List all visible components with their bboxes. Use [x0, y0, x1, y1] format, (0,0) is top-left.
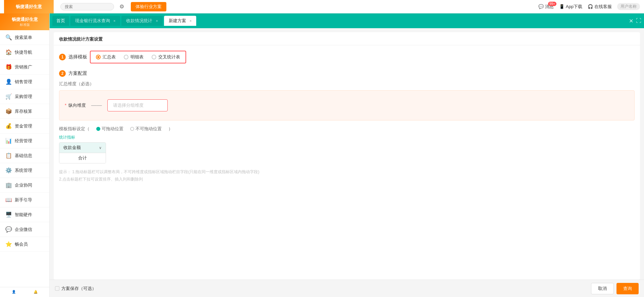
- sidebar-item-system[interactable]: ⚙️ 系统管理: [0, 163, 49, 178]
- query-button[interactable]: 查询: [616, 283, 639, 294]
- download-btn[interactable]: 📱 App下载: [559, 4, 582, 10]
- radio-detail-label: 明细表: [130, 54, 144, 60]
- metrics-section: 模板指标设定（ 可拖动位置 不可拖动位置 ）: [59, 126, 635, 164]
- sidebar-bottom-item-2[interactable]: 🔔: [34, 290, 38, 294]
- step2-section: 2 方案配置 汇总维度（必选） * 纵向维度: [59, 70, 635, 183]
- non-draggable-dot: [130, 127, 134, 131]
- sidebar-item-member[interactable]: ⭐ 畅会员: [0, 237, 49, 252]
- non-draggable-label: 不可拖动位置: [136, 126, 162, 132]
- step1-section: 1 选择模板 汇总表: [59, 51, 635, 63]
- hardware-icon: 🖥️: [5, 211, 12, 218]
- tab-expand-icon[interactable]: ⛶: [636, 18, 641, 24]
- inventory-icon: 📦: [5, 108, 12, 114]
- metrics-col-header[interactable]: 收款金额 ∨: [59, 143, 106, 153]
- basic-info-icon: 📋: [5, 152, 12, 159]
- draggable-label: 可拖动位置: [102, 126, 123, 132]
- sidebar-item-label: 搜索菜单: [15, 35, 32, 41]
- support-btn[interactable]: 🎧 在线客服: [588, 4, 612, 10]
- right-side: 首页 现金银行流水查询 × 收款情况统计 × 新建方案 × ✕ ⛶ 收款情况统计…: [50, 13, 644, 297]
- bottom-bar: 方案保存（可选） 取消 查询: [50, 280, 644, 297]
- download-icon: 📱: [559, 4, 565, 9]
- step1-label: 选择模板: [68, 54, 87, 60]
- radio-cross[interactable]: 交叉统计表: [152, 54, 180, 60]
- radio-cross-circle: [152, 55, 156, 59]
- tip-1: 提示： 1.拖动标题栏可以调整布局，不可跨维度或指标区域拖动栏目字段(只能在同一…: [59, 168, 635, 176]
- sidebar-item-finance[interactable]: 💰 资金管理: [0, 119, 49, 134]
- dimension-section: 汇总维度（必选） * 纵向维度 —— 请选择分组维度: [59, 81, 635, 120]
- sidebar-item-enterprise[interactable]: 🏢 企业协同: [0, 178, 49, 193]
- support-icon: 🎧: [588, 4, 593, 9]
- tab-collection-stats[interactable]: 收款情况统计 ×: [121, 16, 162, 26]
- sidebar-item-quick-nav[interactable]: 🏠 快捷导航: [0, 45, 49, 60]
- save-option[interactable]: 方案保存（可选）: [55, 286, 96, 292]
- sidebar-item-purchase[interactable]: 🛒 采购管理: [0, 89, 49, 104]
- metrics-chevron-icon[interactable]: ∨: [99, 146, 102, 150]
- sidebar-item-label: 智能硬件: [15, 212, 32, 218]
- tab-new-plan-close[interactable]: ×: [190, 19, 192, 23]
- save-checkbox[interactable]: [55, 286, 59, 291]
- dimension-selector[interactable]: 请选择分组维度: [107, 99, 168, 111]
- finance-icon: 💰: [5, 123, 12, 129]
- search-input[interactable]: [60, 3, 114, 10]
- tab-bank-flow-close[interactable]: ×: [113, 19, 115, 23]
- content-area: 收款情况统计方案设置 1 选择模板 汇总表: [50, 28, 644, 297]
- system-icon: ⚙️: [5, 167, 12, 174]
- sidebar-item-hardware[interactable]: 🖥️ 智能硬件: [0, 207, 49, 222]
- notification-btn[interactable]: 💬 消息 99+: [538, 4, 554, 10]
- sidebar-item-label: 库存核算: [15, 108, 32, 114]
- bottom-icon-1: 👤: [12, 290, 16, 294]
- sidebar-brand: 畅捷通好生意 标准版: [0, 13, 49, 30]
- sidebar-brand-name: 畅捷通好生意: [12, 16, 38, 22]
- tab-new-plan-label: 新建方案: [169, 18, 186, 24]
- tab-home[interactable]: 首页: [52, 16, 69, 26]
- sidebar-item-label: 销售管理: [15, 79, 32, 85]
- step2-num: 2: [59, 70, 66, 77]
- sidebar-brand-badge: 标准版: [20, 22, 30, 27]
- tab-home-label: 首页: [56, 18, 65, 24]
- step2-label: 方案配置: [68, 70, 87, 77]
- bottom-icon-2: 🔔: [34, 290, 38, 294]
- radio-summary-circle: [96, 55, 101, 59]
- sidebar-item-marketing[interactable]: 🎁 营销推广: [0, 60, 49, 75]
- gear-icon[interactable]: ⚙: [119, 3, 124, 10]
- tab-collection-stats-close[interactable]: ×: [156, 19, 158, 23]
- cancel-button[interactable]: 取消: [591, 283, 614, 294]
- main-container: 畅捷通好生意 标准版 🔍 搜索菜单 🏠 快捷导航 🎁 营销推广 👤 销售管理 🛒…: [0, 13, 644, 297]
- sidebar-bottom: 👤 🔔: [0, 287, 49, 297]
- dimension-arrow: ——: [91, 102, 102, 108]
- trial-button[interactable]: 体验行业方案: [131, 2, 166, 11]
- sidebar-item-basic-info[interactable]: 📋 基础信息: [0, 148, 49, 163]
- draggable-dot: [96, 127, 100, 131]
- sidebar-item-search-menu[interactable]: 🔍 搜索菜单: [0, 30, 49, 45]
- header-left: 畅捷通好生意 ⚙ 体验行业方案: [4, 0, 166, 13]
- user-name: 用户名称: [617, 3, 640, 10]
- radio-summary-label: 汇总表: [103, 54, 116, 60]
- radio-cross-label: 交叉统计表: [158, 54, 180, 60]
- sidebar-item-label: 采购管理: [15, 94, 32, 100]
- sidebar-bottom-item-1[interactable]: 👤: [12, 290, 16, 294]
- dimension-title: 汇总维度（必选）: [59, 81, 635, 87]
- operation-icon: 📊: [5, 138, 12, 144]
- radio-summary[interactable]: 汇总表: [96, 54, 116, 60]
- sidebar-item-label: 快捷导航: [15, 49, 32, 55]
- step1-num: 1: [59, 54, 66, 60]
- sidebar-item-operation[interactable]: 📊 经营管理: [0, 134, 49, 148]
- metrics-table: 收款金额 ∨ 合计: [59, 142, 106, 163]
- sidebar-item-guide[interactable]: 📖 新手引导: [0, 193, 49, 207]
- purchase-icon: 🛒: [5, 93, 12, 100]
- sidebar-item-label: 营销推广: [15, 64, 32, 70]
- search-menu-icon: 🔍: [5, 34, 12, 41]
- vertical-dimension-label: * 纵向维度: [65, 102, 86, 108]
- sidebar-item-sales[interactable]: 👤 销售管理: [0, 75, 49, 89]
- tips-area: 提示： 1.拖动标题栏可以调整布局，不可跨维度或指标区域拖动栏目字段(只能在同一…: [59, 168, 635, 183]
- tab-bank-flow[interactable]: 现金银行流水查询 ×: [70, 16, 120, 26]
- tab-new-plan[interactable]: 新建方案 ×: [164, 16, 196, 26]
- radio-detail[interactable]: 明细表: [124, 54, 144, 60]
- sidebar-item-inventory[interactable]: 📦 库存核算: [0, 104, 49, 119]
- sidebar-item-wechat[interactable]: 💬 企业微信: [0, 222, 49, 237]
- download-label: App下载: [566, 4, 582, 10]
- card-body: 1 选择模板 汇总表: [54, 45, 640, 280]
- tab-close-all-icon[interactable]: ✕: [629, 18, 633, 24]
- sidebar-item-label: 基础信息: [15, 153, 32, 159]
- template-options: 汇总表 明细表 交叉统计表: [90, 51, 186, 63]
